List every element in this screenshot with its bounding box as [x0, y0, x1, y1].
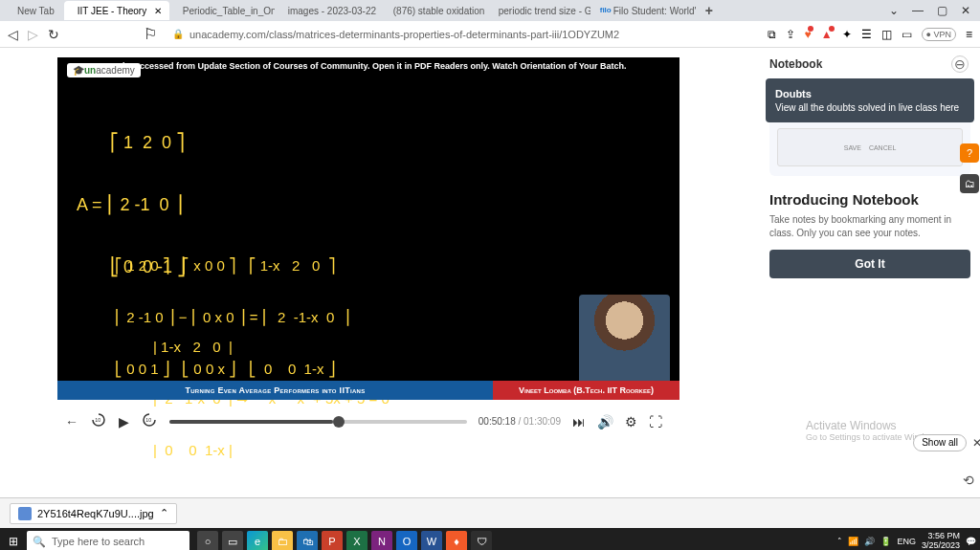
activate-line1: Activate Windows [806, 419, 942, 432]
help-icon[interactable]: ? [960, 143, 979, 163]
file-icon [18, 507, 32, 520]
current-time: 00:50:18 [479, 416, 516, 427]
language-icon[interactable]: ENG [897, 537, 916, 546]
fullscreen-icon[interactable]: ⛶ [649, 414, 662, 429]
download-item[interactable]: 2Y516t4ReqK7u9U....jpg ⌃ [10, 503, 177, 524]
rewind-10-icon[interactable]: 10 [90, 411, 107, 431]
maximize-icon[interactable]: ▢ [937, 4, 947, 17]
close-downloads-icon[interactable]: ✕ [972, 436, 980, 450]
row: ⎡ 1 2 0 ⎤ [77, 133, 186, 154]
duration: 01:30:09 [523, 416, 561, 427]
reader-icon[interactable]: ☰ [861, 28, 872, 41]
tab-periodic[interactable]: Periodic_Table_in_One [169, 1, 275, 20]
excel-icon[interactable]: X [346, 531, 368, 550]
logo-part1: un [84, 65, 96, 76]
back-icon[interactable]: ◁ [8, 27, 18, 42]
tab-label: periodic trend size - G [499, 6, 590, 16]
tab-active[interactable]: IIT JEE - Theory✕ [64, 1, 169, 20]
tab-label: New Tab [17, 6, 55, 16]
intro-body: Take notes by bookmarking any moment in … [769, 213, 970, 240]
wallet-icon[interactable]: ▭ [902, 28, 912, 41]
tab-label: Periodic_Table_in_One [183, 6, 275, 16]
close-icon[interactable]: ✕ [961, 4, 970, 17]
tagline-left: Turning Even Average Performers into IIT… [57, 381, 493, 400]
lock-icon: 🔒 [172, 29, 184, 39]
prev-section-icon[interactable]: ← [65, 414, 78, 429]
tab-youtube[interactable]: (876) stable oxidation [380, 1, 485, 20]
store-icon[interactable]: 🛍 [297, 531, 318, 550]
settings-gear-icon[interactable]: ⚙ [625, 414, 637, 429]
tab-label: images - 2023-03-22 [288, 6, 376, 16]
exit-icon[interactable]: ⟲ [963, 473, 974, 488]
tab-images[interactable]: images - 2023-03-22 [275, 1, 380, 20]
minimize-icon[interactable]: — [912, 4, 924, 17]
chevron-up-icon[interactable]: ⌃ [160, 507, 168, 519]
show-all-button[interactable]: Show all [913, 434, 967, 451]
bookmark-icon[interactable]: ⚐ [144, 25, 157, 43]
tray-chevron-icon[interactable]: ˄ [837, 537, 842, 546]
got-it-button[interactable]: Got It [769, 250, 970, 278]
outlook-icon[interactable]: O [396, 531, 417, 550]
notes-rail-icon[interactable]: 🗂 [960, 174, 979, 193]
shield-icon[interactable]: ▲ [821, 28, 833, 41]
system-tray: ˄ 📶 🔊 🔋 ENG 3:56 PM 3/25/2023 💬 [837, 532, 976, 550]
tab-label: Filo Student: World's O [613, 6, 696, 16]
address-bar: ◁ ▷ ↻ ⚐ 🔒 unacademy.com/class/matrices-d… [0, 21, 980, 48]
volume-icon[interactable]: 🔊 [597, 414, 613, 429]
word-icon[interactable]: W [421, 531, 442, 550]
clock[interactable]: 3:56 PM 3/25/2023 [922, 532, 960, 550]
banner-text: n be accessed from Update Section of Cou… [115, 61, 627, 71]
taskbar: ⊞ 🔍 Type here to search ○ ▭ e 🗀 🛍 P X N … [0, 528, 980, 550]
unacademy-logo: 🎓unacademy [67, 63, 141, 77]
tab-new[interactable]: New Tab [8, 1, 64, 20]
blackboard: ⎡ 1 2 0 ⎤ A = ⎢ 2 -1 0 ⎥ ⎣ 0 0 -1 ⎦ ⎡ 1 … [57, 75, 679, 400]
time-display: 00:50:18 / 01:30:09 [479, 416, 561, 427]
taskview-icon[interactable]: ▭ [222, 531, 243, 550]
url-field[interactable]: 🔒 unacademy.com/class/matrices-determina… [165, 29, 760, 40]
powerpoint-icon[interactable]: P [322, 531, 343, 550]
logo-part2: academy [96, 65, 135, 76]
tab-filo[interactable]: filoFilo Student: World's O [590, 1, 696, 20]
doubts-preview: SAVE CANCEL [777, 128, 963, 166]
logo-hat-icon: 🎓 [73, 65, 84, 76]
wifi-icon[interactable]: 📶 [848, 537, 858, 546]
open-external-icon[interactable]: ⧉ [768, 28, 776, 41]
share-icon[interactable]: ⇪ [786, 28, 795, 41]
forward-icon[interactable]: ▷ [28, 27, 38, 42]
sound-icon[interactable]: 🔊 [864, 537, 875, 546]
battery-icon[interactable]: 🔋 [880, 537, 891, 546]
start-button[interactable]: ⊞ [4, 532, 23, 550]
video-banner: n be accessed from Update Section of Cou… [57, 57, 679, 75]
new-tab-button[interactable]: + [696, 1, 723, 20]
progress-thumb[interactable] [333, 416, 345, 428]
play-icon[interactable]: ▶ [119, 414, 129, 429]
cortana-icon[interactable]: ○ [197, 531, 218, 550]
taskbar-search[interactable]: 🔍 Type here to search [27, 531, 189, 550]
notifications-icon[interactable]: 💬 [966, 537, 976, 546]
collapse-icon[interactable]: ⊖ [951, 55, 969, 73]
doubts-body: View all the doubts solved in live class… [775, 102, 959, 113]
tab-google[interactable]: periodic trend size - G [485, 1, 590, 20]
explorer-icon[interactable]: 🗀 [272, 531, 293, 550]
chevron-down-icon[interactable]: ⌄ [889, 4, 899, 17]
next-icon[interactable]: ⏭ [572, 414, 586, 429]
sidebar-toggle-icon[interactable]: ◫ [881, 28, 892, 41]
tab-label: IIT JEE - Theory [78, 6, 146, 16]
edge-icon[interactable]: e [247, 531, 268, 550]
reload-icon[interactable]: ↻ [48, 27, 59, 42]
progress-slider[interactable] [169, 420, 467, 424]
doubts-card: Doubts View all the doubts solved in liv… [769, 78, 970, 176]
row: ⎡ 1 2 0 ⎤ ⎡ x 0 0 ⎤ ⎡ 1-x 2 0 ⎤ [115, 257, 350, 275]
extensions-icon[interactable]: ✦ [842, 28, 852, 41]
preview-btn: SAVE [844, 144, 861, 151]
vpn-badge[interactable]: ● VPN [922, 28, 956, 41]
brave-icon[interactable]: ♦ [446, 531, 467, 550]
brave-rewards-icon[interactable]: ♥ [805, 28, 812, 41]
security-icon[interactable]: 🛡 [471, 531, 492, 550]
close-icon[interactable]: ✕ [154, 6, 162, 16]
forward-10-icon[interactable]: 10 [141, 411, 158, 431]
menu-icon[interactable]: ≡ [966, 28, 972, 41]
onenote-icon[interactable]: N [371, 531, 392, 550]
video-column: 🎓unacademy n be accessed from Update Sec… [0, 48, 760, 497]
video-player[interactable]: 🎓unacademy n be accessed from Update Sec… [57, 57, 679, 400]
